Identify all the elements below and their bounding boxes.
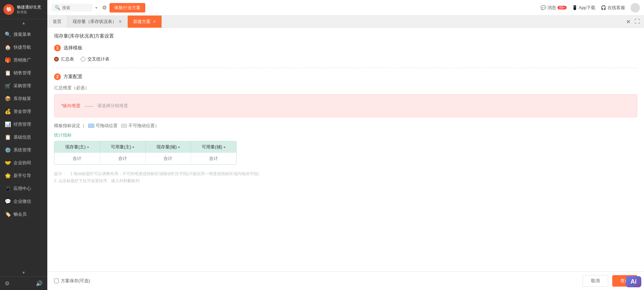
wechat-icon: 💬 <box>5 198 11 204</box>
user-avatar[interactable] <box>630 3 640 13</box>
topbar-right: 💬 消息 99+ 📱 App下载 🎧 在线客服 <box>541 3 640 13</box>
expand-window-icon[interactable]: ⛶ <box>633 17 641 26</box>
sidebar-item-app-center[interactable]: 📱 应用中心 <box>0 182 47 195</box>
search-icon: 🔍 <box>55 5 60 10</box>
sidebar-item-basic-info[interactable]: 📋 基础信息 <box>0 131 47 144</box>
step2-title: 方案配置 <box>64 74 82 80</box>
template-summary-option[interactable]: 汇总表 <box>54 56 74 62</box>
sidebar-item-newuser[interactable]: 🌟 新手引导 <box>0 169 47 182</box>
sidebar-item-wechat[interactable]: 💬 企业微信 <box>0 195 47 208</box>
tip-line-1: 2. 点击标题栏下拉可设置排序、插入列和删除列 <box>54 178 637 184</box>
sidebar-item-inventory[interactable]: 📦 库存核算 <box>0 92 47 105</box>
sidebar-item-finance[interactable]: 💰 资金管理 <box>0 105 47 118</box>
stats-table-body: 合计 合计 合计 合计 <box>54 153 236 164</box>
audio-icon[interactable]: 🔊 <box>36 280 43 287</box>
finance-icon: 💰 <box>5 108 11 115</box>
messages-button[interactable]: 💬 消息 99+ <box>541 5 567 11</box>
cooperation-icon: 🤝 <box>5 160 11 166</box>
purchase-icon: 🛒 <box>5 83 11 89</box>
stats-col-body-2: 合计 <box>146 153 191 164</box>
tab-home[interactable]: 首页 <box>47 16 67 28</box>
stats-col-body-1: 合计 <box>100 153 146 164</box>
topbar: 🔍 ▾ ⚙ 体验行业方案 💬 消息 99+ 📱 App下载 🎧 在线客服 <box>47 0 644 16</box>
draggable-box <box>88 124 94 128</box>
tips-section: 提示： 1.拖动标题栏可以调整布局，不可跨维度或指标区域拖动栏目字段(只能在同一… <box>54 171 637 184</box>
template-summary-radio[interactable] <box>54 57 59 62</box>
sidebar-scroll-down[interactable]: ▼ <box>0 269 47 276</box>
template-cross-option[interactable]: 交叉统计表 <box>81 56 109 62</box>
sidebar-scroll-up[interactable]: ▲ <box>0 19 47 27</box>
sidebar-bottom: ⚙ 🔊 <box>0 276 47 290</box>
stats-section-label: 统计指标 <box>54 132 637 138</box>
settings-icon[interactable]: ⚙ <box>5 280 9 287</box>
search-dropdown-icon[interactable]: ▾ <box>95 5 97 10</box>
save-option[interactable]: 方案保存(可选) <box>54 278 90 284</box>
sidebar-item-marketing[interactable]: 🎁 营销推广 <box>0 54 47 67</box>
dimension-dash: —— <box>84 103 93 108</box>
search-input[interactable] <box>62 5 89 10</box>
chevron-1-icon: ▾ <box>132 145 134 149</box>
stats-col-header-2[interactable]: 现存量(辅) ▾ <box>146 141 191 153</box>
operations-icon: 📊 <box>5 121 11 127</box>
indicators-row: 模板指标设定（ 可拖动位置 不可拖动位置） <box>54 123 637 129</box>
close-window-icon[interactable]: ✕ <box>625 17 632 26</box>
ai-badge[interactable]: Ai <box>626 276 641 287</box>
stats-col-header-0[interactable]: 现存量(主) ▾ <box>54 141 100 153</box>
step1-divider <box>54 68 637 68</box>
tab-new-plan[interactable]: 新建方案 ✕ <box>128 16 162 28</box>
phone-icon: 📱 <box>572 5 577 10</box>
page-title: 现存量(库存状况表)方案设置 <box>54 33 637 39</box>
sidebar-item-search[interactable]: 🔍 搜索菜单 <box>0 28 47 41</box>
page-bottom: 方案保存(可选) 取消 查询 <box>47 271 644 290</box>
sidebar-item-quick-nav[interactable]: 🏠 快捷导航 <box>0 41 47 54</box>
step2-badge: 2 <box>54 73 61 80</box>
topbar-search-box: 🔍 <box>51 4 93 11</box>
chevron-0-icon: ▾ <box>87 145 89 149</box>
chevron-3-icon: ▾ <box>224 145 225 149</box>
tabs-bar: 首页 现存量（库存状况表） ✕ 新建方案 ✕ <box>47 16 644 28</box>
tab-new-plan-close[interactable]: ✕ <box>153 19 156 24</box>
stats-table: 现存量(主) ▾ 可用量(主) ▾ 现存量(辅) ▾ 可用量(辅) <box>54 141 237 165</box>
app-center-icon: 📱 <box>5 186 11 192</box>
app-download-button[interactable]: 📱 App下载 <box>572 5 595 11</box>
draggable-indicator: 可拖动位置 <box>88 123 118 129</box>
cancel-button[interactable]: 取消 <box>583 275 608 287</box>
gear-icon[interactable]: ⚙ <box>102 4 107 11</box>
message-icon: 💬 <box>541 5 546 10</box>
stats-col-header-3[interactable]: 可用量(辅) ▾ <box>191 141 236 153</box>
customer-service-button[interactable]: 🎧 在线客服 <box>601 5 625 11</box>
tab-inventory-status-close[interactable]: ✕ <box>119 19 122 24</box>
logo-icon: 畅 <box>3 4 14 15</box>
tab-inventory-status[interactable]: 现存量（库存状况表） ✕ <box>67 16 128 28</box>
template-cross-radio[interactable] <box>81 57 85 62</box>
sidebar-logo: 畅 畅捷通好生意 标准版 <box>0 0 47 19</box>
save-checkbox[interactable] <box>54 279 59 283</box>
dimension-area[interactable]: *纵向维度 —— 请选择分组维度 <box>54 94 637 117</box>
stats-col-body-0: 合计 <box>54 153 100 164</box>
sidebar-item-sales[interactable]: 📋 销售管理 <box>0 67 47 79</box>
tip-line-0: 提示： 1.拖动标题栏可以调整布局，不可跨维度或指标区域拖动栏目字段(只能在同一… <box>54 171 637 177</box>
step1-badge: 1 <box>54 45 61 51</box>
sidebar: 畅 畅捷通好生意 标准版 ▲ 🔍 搜索菜单 🏠 快捷导航 🎁 营销推广 📋 销售… <box>0 0 47 290</box>
sidebar-item-member[interactable]: 🏷️ 畅会员 <box>0 208 47 221</box>
inventory-icon: 📦 <box>5 96 11 102</box>
content-inner: 现存量(库存状况表)方案设置 1 选择模板 汇总表 交叉统计表 <box>47 28 644 271</box>
sidebar-item-cooperation[interactable]: 🤝 企业协同 <box>0 156 47 169</box>
stats-col-header-1[interactable]: 可用量(主) ▾ <box>100 141 146 153</box>
gift-icon: 🎁 <box>5 57 11 63</box>
not-draggable-box <box>121 124 127 128</box>
home-icon: 🏠 <box>5 44 11 50</box>
system-icon: ⚙️ <box>5 147 11 153</box>
main-area: 🔍 ▾ ⚙ 体验行业方案 💬 消息 99+ 📱 App下载 🎧 在线客服 <box>47 0 644 290</box>
sidebar-item-operations[interactable]: 📊 经营管理 <box>0 118 47 131</box>
trial-button[interactable]: 体验行业方案 <box>109 3 145 13</box>
stats-col-body-3: 合计 <box>191 153 236 164</box>
logo-text: 畅捷通好生意 标准版 <box>17 4 41 15</box>
sidebar-nav: 🔍 搜索菜单 🏠 快捷导航 🎁 营销推广 📋 销售管理 🛒 采购管理 📦 库存核… <box>0 27 47 269</box>
dimension-required-mark: *纵向维度 <box>61 103 80 109</box>
sidebar-item-purchase[interactable]: 🛒 采购管理 <box>0 79 47 92</box>
step1-header: 1 选择模板 <box>54 45 637 51</box>
page-content: 现存量(库存状况表)方案设置 1 选择模板 汇总表 交叉统计表 <box>47 28 644 271</box>
not-draggable-indicator: 不可拖动位置） <box>121 123 159 129</box>
sidebar-item-system[interactable]: ⚙️ 系统管理 <box>0 144 47 156</box>
